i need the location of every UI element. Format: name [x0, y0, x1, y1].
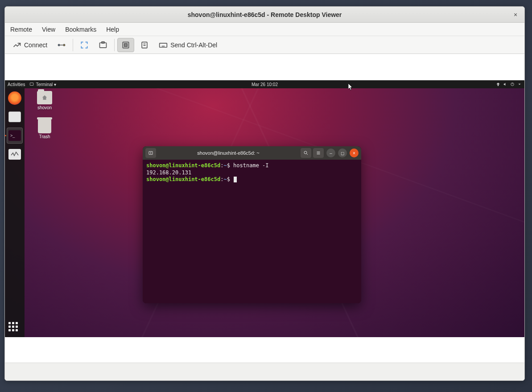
search-icon [303, 150, 309, 156]
readonly-icon [140, 41, 149, 50]
disconnect-icon [57, 41, 66, 50]
svg-line-22 [307, 154, 308, 155]
terminal-menu-button[interactable] [313, 148, 324, 158]
terminal-title: shovon@linuxhint-e86c5d: ~ [158, 150, 299, 156]
svg-rect-15 [30, 83, 34, 86]
terminal-small-icon [29, 82, 34, 87]
menu-help[interactable]: Help [104, 25, 121, 34]
dock-files[interactable] [7, 109, 23, 125]
system-monitor-icon [8, 149, 21, 160]
window-title: shovon@linuxhint-e86c5d - Remote Desktop… [5, 11, 524, 18]
command-1: hostname -I [233, 162, 268, 169]
output-1: 192.168.20.131 [146, 169, 191, 176]
scaling-button[interactable] [117, 38, 134, 52]
statusbar [5, 363, 524, 380]
terminal-maximize-button[interactable]: ◻ [338, 149, 347, 157]
keyboard-icon [159, 41, 168, 50]
remote-screen[interactable]: Activities Terminal ▾ Mar 26 10:02 [5, 80, 524, 337]
send-cad-label: Send Ctrl-Alt-Del [170, 41, 217, 49]
terminal-window[interactable]: shovon@linuxhint-e86c5d: ~ – ◻ × shovon@… [143, 146, 361, 303]
viewport-padding [5, 54, 524, 80]
svg-rect-5 [124, 43, 128, 46]
screenshot-icon [99, 41, 107, 50]
trash-icon [38, 119, 51, 133]
toolbar-separator [114, 39, 115, 51]
scaling-icon [121, 41, 130, 50]
menu-remote[interactable]: Remote [8, 25, 34, 34]
dock-firefox[interactable] [7, 90, 23, 106]
power-icon [510, 82, 515, 87]
terminal-close-button[interactable]: × [350, 149, 359, 157]
network-icon [496, 82, 500, 87]
app-menu-label: Terminal ▾ [36, 82, 56, 87]
menubar: Remote View Bookmarks Help [5, 23, 524, 36]
clock[interactable]: Mar 26 10:02 [252, 82, 278, 87]
disconnect-button[interactable] [53, 38, 70, 52]
menu-bookmarks[interactable]: Bookmarks [63, 25, 98, 34]
firefox-icon [8, 91, 21, 105]
connect-label: Connect [24, 41, 47, 49]
terminal-body[interactable]: shovon@linuxhint-e86c5d:~$ hostname -I 1… [143, 160, 361, 303]
titlebar[interactable]: shovon@linuxhint-e86c5d - Remote Desktop… [5, 7, 524, 23]
screenshot-button[interactable] [95, 38, 111, 52]
send-cad-button[interactable]: Send Ctrl-Alt-Del [155, 38, 221, 52]
home-label: shovon [37, 105, 52, 110]
desktop-icon-trash[interactable]: Trash [33, 119, 57, 139]
menu-view[interactable]: View [40, 25, 57, 34]
dock-system-monitor[interactable] [7, 146, 23, 162]
files-icon [8, 111, 21, 122]
app-menu[interactable]: Terminal ▾ [29, 82, 56, 87]
desktop-icon-home[interactable]: shovon [33, 91, 57, 110]
viewport-padding [5, 337, 524, 363]
chevron-down-icon [517, 82, 522, 87]
volume-icon [503, 82, 507, 87]
terminal-icon [8, 130, 21, 141]
show-apps-button[interactable] [8, 322, 21, 334]
prompt-path: ~ [223, 176, 227, 182]
remote-desktop-viewer-window: shovon@linuxhint-e86c5d - Remote Desktop… [4, 6, 525, 381]
system-tray[interactable] [496, 82, 522, 87]
svg-point-1 [63, 44, 65, 45]
prompt-path: ~ [223, 162, 227, 169]
connect-icon [12, 41, 21, 50]
remote-viewport[interactable]: Activities Terminal ▾ Mar 26 10:02 [5, 54, 524, 380]
toolbar: Connect [5, 36, 524, 54]
gnome-topbar[interactable]: Activities Terminal ▾ Mar 26 10:02 [5, 80, 524, 88]
svg-point-0 [58, 44, 60, 45]
home-folder-icon [37, 91, 52, 104]
prompt-userhost: shovon@linuxhint-e86c5d [146, 162, 220, 169]
prompt-userhost: shovon@linuxhint-e86c5d [146, 176, 220, 182]
toolbar-separator [73, 39, 73, 51]
window-close-button[interactable]: × [511, 10, 520, 19]
terminal-headerbar[interactable]: shovon@linuxhint-e86c5d: ~ – ◻ × [143, 146, 361, 160]
hamburger-icon [316, 150, 321, 156]
terminal-search-button[interactable] [301, 148, 311, 158]
fullscreen-button[interactable] [76, 38, 93, 52]
dock-terminal[interactable] [7, 128, 23, 144]
readonly-button[interactable] [136, 38, 153, 52]
terminal-minimize-button[interactable]: – [326, 149, 335, 157]
connect-button[interactable]: Connect [8, 38, 51, 52]
cursor [234, 177, 237, 182]
svg-rect-9 [160, 43, 167, 47]
desktop-icons: shovon Trash [33, 91, 57, 139]
activities-button[interactable]: Activities [8, 82, 25, 87]
terminal-new-tab-button[interactable] [145, 148, 156, 158]
close-icon: × [514, 11, 517, 18]
svg-rect-3 [102, 41, 105, 43]
svg-point-21 [304, 151, 307, 154]
fullscreen-icon [80, 41, 89, 50]
trash-label: Trash [39, 134, 50, 139]
dock [5, 88, 25, 337]
